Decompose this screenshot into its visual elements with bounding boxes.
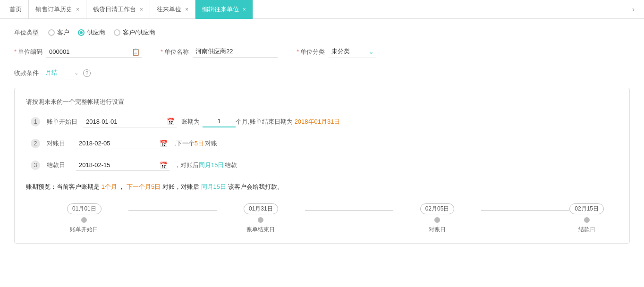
unit-name-group: 单位名称: [161, 46, 278, 58]
preview-part1: 1个月: [102, 183, 117, 190]
unit-category-select[interactable]: 未分类 ⌄: [329, 45, 376, 58]
calendar-icon-1[interactable]: 📅: [167, 118, 175, 125]
date-input-2[interactable]: [76, 138, 169, 149]
tl-dot-4: [584, 217, 590, 223]
unit-code-input[interactable]: [46, 46, 142, 58]
tl-segment-3: [481, 210, 569, 211]
date-input-1[interactable]: [83, 116, 177, 127]
period-text-2b: 对账: [205, 139, 217, 148]
payment-condition-label: 收款条件: [14, 69, 39, 77]
period-text-1: 个月,账单结束日期为: [236, 118, 293, 126]
period-text-3a: ，对账后: [174, 161, 199, 169]
tl-dot-1: [81, 217, 87, 223]
tab-bar: 首页 销售订单历史 × 钱货日清工作台 × 往来单位 × 编辑往来单位 × ›: [0, 0, 644, 19]
unit-category-group: 单位分类 未分类 ⌄: [297, 45, 376, 58]
tl-badge-2: 01月31日: [244, 203, 278, 214]
tab-sales-history-close[interactable]: ×: [76, 6, 79, 13]
tl-segment-2: [305, 210, 393, 211]
reconcile-day: 5日: [195, 139, 204, 148]
unit-info-row: 单位编码 📋 单位名称 单位分类 未分类 ⌄: [14, 45, 630, 58]
preview-part3: 同月15日: [201, 183, 226, 190]
calendar-icon-2[interactable]: 📅: [160, 140, 168, 147]
unit-type-row: 单位类型 客户 供应商 客户/供应商: [14, 28, 630, 37]
period-num-3: 3: [31, 160, 40, 170]
unit-code-input-wrapper: 📋: [46, 46, 142, 58]
period-num-1: 1: [31, 117, 40, 127]
tab-sales-history[interactable]: 销售订单历史 ×: [29, 0, 86, 19]
preview-prefix: 账期预览：当前客户账期是: [26, 183, 100, 190]
payment-condition-help-icon[interactable]: ?: [83, 69, 91, 77]
tl-badge-3: 02月05日: [420, 203, 455, 214]
radio-both-circle: [114, 29, 120, 36]
tab-home[interactable]: 首页: [5, 0, 29, 19]
timeline-node-3: 02月05日 对账日: [393, 203, 482, 234]
preview-middle: 对账，对账后: [162, 183, 199, 190]
unit-name-input[interactable]: [193, 46, 278, 58]
period-row-3: 3 结款日 📅 ，对账后 同月15日 结款: [26, 160, 618, 171]
unit-type-radio-group: 客户 供应商 客户/供应商: [48, 28, 155, 37]
payment-condition-row: 收款条件 月结 ⌄ ?: [14, 67, 630, 79]
tl-badge-4: 02月15日: [569, 203, 604, 214]
tab-home-label: 首页: [9, 5, 22, 14]
radio-supplier[interactable]: 供应商: [78, 28, 105, 37]
payment-day: 同月15日: [199, 161, 224, 169]
calendar-icon-3[interactable]: 📅: [160, 161, 168, 169]
radio-supplier-label: 供应商: [87, 28, 105, 37]
payment-condition-select[interactable]: 月结 ⌄: [42, 67, 80, 79]
unit-code-copy-icon[interactable]: 📋: [132, 48, 140, 56]
period-text-3b: 结款: [225, 161, 237, 169]
date-input-wrapper-2: 📅: [76, 138, 169, 149]
period-text-2a: ,下一个: [174, 139, 195, 148]
unit-type-label: 单位类型: [14, 28, 39, 37]
timeline-node-1: 01月01日 账单开始日: [40, 203, 128, 234]
timeline-node-4: 02月15日 结款日: [569, 203, 604, 234]
unit-category-label: 单位分类: [297, 48, 325, 56]
radio-both[interactable]: 客户/供应商: [114, 28, 155, 37]
period-end-date: 2018年01月31日: [295, 118, 340, 126]
date-input-3[interactable]: [76, 160, 169, 170]
unit-code-label: 单位编码: [14, 48, 42, 56]
main-content: 单位类型 客户 供应商 客户/供应商 单位编码 📋 单位: [0, 19, 644, 287]
tab-partner-close[interactable]: ×: [185, 6, 188, 13]
timeline-container: 01月01日 账单开始日 01月31日 账单结束日 02月05日 对账日: [26, 203, 618, 234]
tab-edit-partner[interactable]: 编辑往来单位 ×: [195, 0, 253, 19]
period-months-input[interactable]: [203, 116, 236, 127]
tl-label-2: 账单结束日: [246, 226, 275, 234]
tl-dot-2: [258, 217, 263, 223]
timeline-nodes: 01月01日 账单开始日 01月31日 账单结束日 02月05日 对账日: [40, 203, 604, 234]
unit-code-group: 单位编码 📋: [14, 46, 142, 58]
tab-cash-work-close[interactable]: ×: [140, 6, 143, 13]
period-field-label-2: 对账日: [47, 139, 70, 148]
tab-sales-history-label: 销售订单历史: [35, 5, 72, 14]
period-row-1: 1 账单开始日 📅 账期为 个月,账单结束日期为 2018年01月31日: [26, 116, 618, 127]
radio-customer-circle: [48, 29, 55, 36]
date-input-wrapper-3: 📅: [76, 160, 169, 171]
payment-condition-arrow-icon: ⌄: [74, 70, 78, 76]
tab-partner[interactable]: 往来单位 ×: [150, 0, 195, 19]
radio-customer[interactable]: 客户: [48, 28, 69, 37]
radio-customer-label: 客户: [57, 28, 69, 37]
inner-card-title: 请按照未来的一个完整帐期进行设置: [26, 98, 618, 106]
timeline-node-2: 01月31日 账单结束日: [217, 203, 305, 234]
tab-partner-label: 往来单位: [157, 5, 181, 14]
unit-name-label: 单位名称: [161, 48, 189, 56]
period-suffix-1: 账期为: [181, 118, 200, 126]
inner-card: 请按照未来的一个完整帐期进行设置 1 账单开始日 📅 账期为 个月,账单结束日期…: [14, 88, 630, 244]
tl-label-3: 对账日: [429, 226, 446, 234]
tl-badge-1: 01月01日: [67, 203, 102, 214]
preview-part2: 下一个月5日: [127, 183, 161, 190]
period-row-2: 2 对账日 📅 ,下一个 5日 对账: [26, 138, 618, 149]
preview-comma1: ，: [119, 183, 125, 190]
radio-supplier-circle: [78, 29, 85, 36]
period-num-2: 2: [31, 139, 40, 148]
tab-cash-work[interactable]: 钱货日清工作台 ×: [86, 0, 150, 19]
period-field-label-3: 结款日: [47, 161, 70, 169]
tab-bar-arrow[interactable]: ›: [627, 5, 639, 14]
category-dropdown-icon: ⌄: [368, 48, 374, 55]
tl-label-4: 结款日: [578, 226, 595, 234]
tl-segment-1: [128, 210, 217, 211]
tl-dot-3: [434, 217, 440, 223]
date-input-wrapper-1: 📅: [83, 116, 177, 127]
radio-both-label: 客户/供应商: [123, 28, 155, 37]
tab-edit-partner-close[interactable]: ×: [243, 6, 246, 13]
